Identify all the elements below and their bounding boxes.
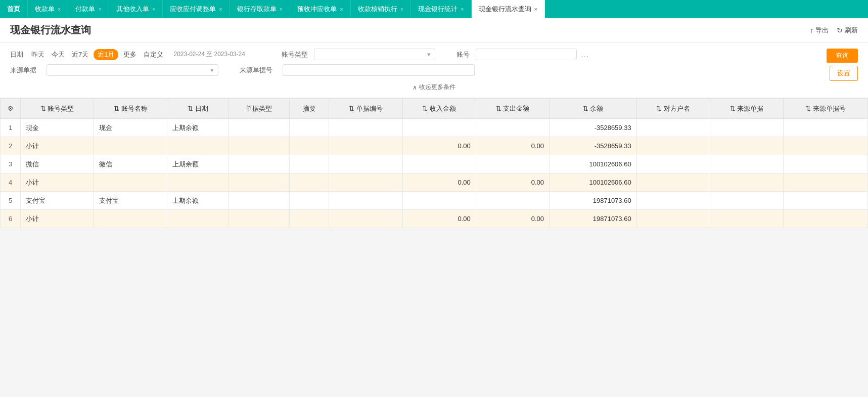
nav-tab-bank-deposit[interactable]: 银行存取款单 × [230,0,290,18]
table-header-row: ⚙ ⇅ 账号类型 ⇅ 账号名称 ⇅ 日期 单据类型 摘要 ⇅ 单 [1,99,868,119]
col-expense[interactable]: ⇅ 支出金额 [476,99,549,119]
filter-row-source: 来源单据 ▾ 来源单据号 [10,64,816,76]
table-row: 6小计0.000.0019871073.60 [1,210,868,228]
nav-tab-payments[interactable]: 付款单 × [68,0,109,18]
nav-tab-cash-flow[interactable]: 现金银行流水查询 × [472,0,545,18]
col-doc-no[interactable]: ⇅ 单据编号 [329,99,402,119]
account-type-label: 账号类型 [282,50,308,59]
main-table: ⚙ ⇅ 账号类型 ⇅ 账号名称 ⇅ 日期 单据类型 摘要 ⇅ 单 [0,98,868,228]
account-input[interactable] [476,49,577,60]
nav-tab-advance-label: 预收冲应收单 [297,5,337,14]
nav-tab-collection[interactable]: 收款核销执行 × [351,0,411,18]
date-opt-today[interactable]: 今天 [50,49,67,60]
nav-tab-home-label: 首页 [7,5,20,14]
nav-tab-other-income-label: 其他收入单 [116,5,149,14]
col-settings[interactable]: ⚙ [1,99,21,119]
export-button[interactable]: ↑ 导出 [810,26,829,35]
nav-tab-adjustment[interactable]: 应收应付调整单 × [163,0,230,18]
account-dots[interactable]: ... [581,50,589,59]
nav-tab-home[interactable]: 首页 [0,0,28,18]
col-balance[interactable]: ⇅ 余额 [550,99,637,119]
collapse-icon: ∧ [413,84,417,91]
filter-row-date: 日期 昨天 今天 近7天 近1月 更多 自定义 2023-02-24 至 202… [10,49,816,60]
nav-tab-cash-stats[interactable]: 现金银行统计 × [411,0,471,18]
date-options: 昨天 今天 近7天 近1月 更多 自定义 [29,49,165,60]
col-source-doc-no-label: ⇅ 来源单据号 [805,105,846,112]
date-opt-more[interactable]: 更多 [121,49,139,60]
nav-tab-payments-close[interactable]: × [98,6,101,12]
nav-tab-bank-deposit-label: 银行存取款单 [237,5,277,14]
collapse-bar[interactable]: ∧ 收起更多条件 [10,81,858,94]
col-account-name[interactable]: ⇅ 账号名称 [94,99,167,119]
account-row: ... [476,49,589,60]
settings-icon: ⚙ [8,105,14,112]
filter-actions: 查询 设置 [827,49,858,81]
col-source-doc[interactable]: ⇅ 来源单据 [710,99,783,119]
header-actions: ↑ 导出 ↻ 刷新 [810,26,858,35]
table-row: 1现金现金上期余额-3528659.33 [1,119,868,137]
col-doc-type: 单据类型 [229,99,290,119]
nav-tab-collection-close[interactable]: × [400,6,403,12]
col-income[interactable]: ⇅ 收入金额 [402,99,476,119]
col-expense-label: ⇅ 支出金额 [496,105,530,112]
nav-tab-payments-label: 付款单 [75,5,95,14]
col-counterpart[interactable]: ⇅ 对方户名 [636,99,710,119]
settings-button[interactable]: 设置 [830,66,858,81]
export-icon: ↑ [810,26,813,34]
query-button[interactable]: 查询 [827,49,858,63]
nav-tab-other-income[interactable]: 其他收入单 × [109,0,163,18]
collapse-label: 收起更多条件 [419,83,455,92]
source-doc-no-input[interactable] [283,64,475,76]
top-navigation: 首页 收款单 × 付款单 × 其他收入单 × 应收应付调整单 × 银行存取款单 … [0,0,868,18]
col-source-doc-label: ⇅ 来源单据 [730,105,764,112]
source-doc-select[interactable]: ▾ [47,64,218,76]
account-label: 账号 [456,50,470,59]
source-doc-no-label: 来源单据号 [240,66,272,75]
nav-tab-cash-stats-close[interactable]: × [461,6,464,12]
nav-tab-cash-stats-label: 现金银行统计 [418,5,458,14]
date-label: 日期 [10,50,23,59]
nav-tab-receipts-label: 收款单 [35,5,55,14]
nav-tab-cash-flow-label: 现金银行流水查询 [479,5,531,14]
filter-area: 日期 昨天 今天 近7天 近1月 更多 自定义 2023-02-24 至 202… [0,42,868,98]
date-opt-1month[interactable]: 近1月 [94,49,118,60]
col-summary: 摘要 [290,99,329,119]
table-container: ⚙ ⇅ 账号类型 ⇅ 账号名称 ⇅ 日期 单据类型 摘要 ⇅ 单 [0,98,868,228]
col-date[interactable]: ⇅ 日期 [167,99,229,119]
refresh-icon: ↻ [837,26,843,34]
nav-tab-cash-flow-close[interactable]: × [534,6,537,12]
date-opt-custom[interactable]: 自定义 [142,49,165,60]
col-date-label: ⇅ 日期 [188,105,208,112]
refresh-label: 刷新 [845,26,858,35]
col-balance-label: ⇅ 余额 [583,105,604,112]
account-type-select[interactable]: ▾ [314,49,435,60]
nav-tab-adjustment-label: 应收应付调整单 [170,5,216,14]
nav-tab-advance[interactable]: 预收冲应收单 × [290,0,350,18]
nav-tab-bank-deposit-close[interactable]: × [280,6,283,12]
page-header: 现金银行流水查询 ↑ 导出 ↻ 刷新 [0,18,868,42]
source-doc-chevron-icon: ▾ [210,66,214,74]
col-source-doc-no[interactable]: ⇅ 来源单据号 [784,99,868,119]
source-doc-label: 来源单据 [10,66,36,75]
nav-tab-other-income-close[interactable]: × [152,6,155,12]
table-row: 5支付宝支付宝上期余额19871073.60 [1,192,868,210]
nav-tab-receipts[interactable]: 收款单 × [28,0,68,18]
col-doc-no-label: ⇅ 单据编号 [349,105,383,112]
table-row: 2小计0.000.00-3528659.33 [1,137,868,155]
col-income-label: ⇅ 收入金额 [422,105,456,112]
col-account-type[interactable]: ⇅ 账号类型 [21,99,94,119]
col-account-name-label: ⇅ 账号名称 [114,105,148,112]
nav-tab-adjustment-close[interactable]: × [219,6,222,12]
date-opt-7days[interactable]: 近7天 [70,49,90,60]
col-account-type-label: ⇅ 账号类型 [40,105,74,112]
table-row: 4小计0.000.00100102606.60 [1,173,868,192]
refresh-button[interactable]: ↻ 刷新 [837,26,858,35]
nav-tab-receipts-close[interactable]: × [58,6,61,12]
table-row: 3微信微信上期余额100102606.60 [1,155,868,173]
page-title: 现金银行流水查询 [10,23,91,37]
nav-tab-advance-close[interactable]: × [340,6,343,12]
col-counterpart-label: ⇅ 对方户名 [656,105,690,112]
date-opt-yesterday[interactable]: 昨天 [29,49,47,60]
filter-main: 日期 昨天 今天 近7天 近1月 更多 自定义 2023-02-24 至 202… [10,49,816,80]
account-type-chevron-icon: ▾ [427,51,431,58]
